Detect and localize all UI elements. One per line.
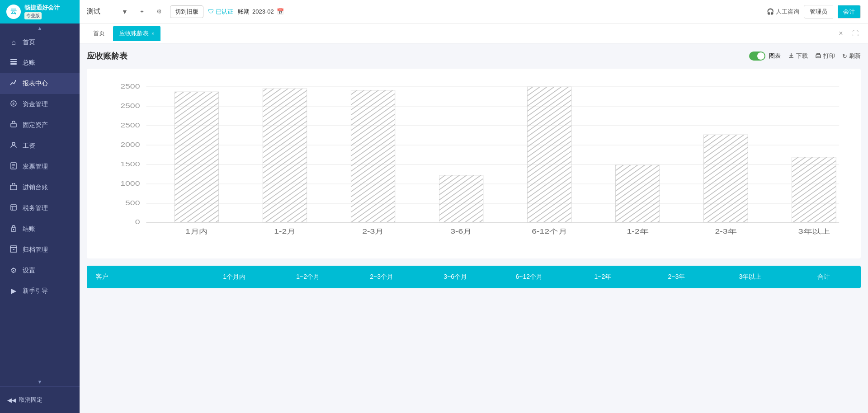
sidebar-item-assets[interactable]: 固定资产: [0, 115, 80, 136]
svg-text:1000: 1000: [120, 180, 140, 188]
sidebar-item-salary[interactable]: 工资: [0, 136, 80, 156]
app-edition: 专业版: [24, 12, 42, 19]
svg-text:0: 0: [135, 219, 140, 226]
svg-text:500: 500: [125, 200, 140, 207]
company-dropdown-button[interactable]: ▼: [118, 5, 131, 18]
col-6-12month: 6~12个月: [492, 266, 566, 288]
col-over3year: 3年以上: [713, 266, 787, 288]
closing-icon: [9, 225, 18, 234]
svg-point-5: [12, 142, 15, 145]
sidebar-item-label: 固定资产: [23, 121, 48, 129]
svg-rect-4: [11, 123, 16, 127]
svg-rect-17: [10, 246, 17, 248]
download-icon: [788, 52, 794, 60]
col-1-2year: 1~2年: [566, 266, 640, 288]
pin-icon: ◀◀: [7, 397, 16, 404]
cancel-fix-button[interactable]: ◀◀ 取消固定: [0, 391, 80, 408]
download-button[interactable]: 下载: [788, 52, 808, 60]
page-content: 应收账龄表 图表 下载 打印: [80, 43, 868, 413]
close-panel-button[interactable]: ×: [835, 28, 846, 39]
tab-home[interactable]: 首页: [87, 26, 111, 41]
user-button[interactable]: 管理员: [804, 5, 833, 19]
sidebar-item-label: 税务管理: [23, 204, 48, 212]
sidebar-item-invoice[interactable]: 发票管理: [0, 156, 80, 177]
svg-rect-10: [10, 185, 17, 190]
col-1month: 1个月内: [198, 266, 271, 288]
svg-text:2500: 2500: [120, 103, 140, 110]
content-tabs: 首页 应收账龄表 × × ⛶: [80, 23, 868, 43]
switch-old-version-button[interactable]: 切到旧版: [170, 5, 203, 18]
bar-2-3年: [704, 135, 748, 222]
sidebar-item-closing[interactable]: 结账: [0, 219, 80, 239]
sidebar-item-newbie[interactable]: ▶ 新手引导: [0, 281, 80, 301]
sidebar-item-label: 资金管理: [23, 100, 48, 108]
col-1-2month: 1~2个月: [271, 266, 345, 288]
print-icon: [815, 52, 821, 60]
sidebar-item-reports[interactable]: 报表中心: [0, 73, 80, 94]
sidebar-item-home[interactable]: ⌂ 首页: [0, 33, 80, 52]
tax-icon: [9, 204, 18, 213]
chart-toggle[interactable]: [749, 52, 765, 61]
sidebar-nav: ⌂ 首页 总账 报表中心 资金管理 固定资产: [0, 33, 80, 377]
svg-text:1-2年: 1-2年: [627, 228, 648, 235]
period-label: 账期: [238, 8, 250, 16]
sidebar-item-settings[interactable]: ⚙ 设置: [0, 260, 80, 281]
tab-close-icon[interactable]: ×: [151, 31, 154, 36]
bar-3-6月: [439, 175, 483, 222]
sidebar-item-funds[interactable]: 资金管理: [0, 94, 80, 115]
sidebar-item-label: 结账: [23, 225, 35, 233]
main-content: 测试 ▼ + ⚙ 切到旧版 🛡 已认证 账期 2023-02 📅 🎧 人工咨询 …: [80, 0, 868, 413]
svg-text:3-6月: 3-6月: [450, 228, 472, 235]
svg-text:6-12个月: 6-12个月: [532, 228, 567, 235]
settings-button[interactable]: ⚙: [153, 5, 165, 18]
print-button[interactable]: 打印: [815, 52, 835, 60]
bar-6-12月: [527, 87, 571, 222]
tab-actions: × ⛶: [835, 28, 861, 39]
tab-home-label: 首页: [93, 29, 105, 38]
svg-text:1500: 1500: [120, 161, 140, 168]
svg-rect-0: [10, 59, 17, 60]
svg-text:3年以上: 3年以上: [798, 228, 830, 235]
sidebar-item-label: 新手引导: [23, 287, 48, 295]
print-label: 打印: [823, 52, 835, 60]
col-customer: 客户: [87, 266, 198, 288]
refresh-button[interactable]: ↻ 刷新: [842, 52, 861, 60]
cert-label: 已认证: [216, 8, 233, 16]
sidebar-item-tax[interactable]: 税务管理: [0, 198, 80, 219]
role-button[interactable]: 会计: [838, 5, 861, 19]
calendar-icon[interactable]: 📅: [277, 8, 284, 15]
sidebar-item-label: 总账: [23, 59, 35, 67]
expand-button[interactable]: ⛶: [850, 28, 861, 39]
svg-text:2-3月: 2-3月: [362, 228, 384, 235]
cancel-fix-label: 取消固定: [19, 396, 42, 404]
inventory-icon: [9, 183, 18, 192]
svg-text:2-3年: 2-3年: [715, 228, 736, 235]
sidebar-scroll-down[interactable]: ▼: [0, 377, 80, 386]
sidebar-item-inventory[interactable]: 进销台账: [0, 177, 80, 198]
bar-chart: 2500 2500 2500 2000 1500 1000 500 0: [96, 78, 852, 249]
svg-text:2500: 2500: [120, 83, 140, 90]
table-header: 客户 1个月内 1~2个月 2~3个月 3~6个月 6~12个月 1~2年 2~…: [87, 266, 861, 288]
svg-text:1月内: 1月内: [185, 228, 208, 235]
col-3-6month: 3~6个月: [419, 266, 492, 288]
ledger-icon: [9, 58, 18, 67]
topbar: 测试 ▼ + ⚙ 切到旧版 🛡 已认证 账期 2023-02 📅 🎧 人工咨询 …: [80, 0, 868, 23]
bar-1-2年: [616, 165, 660, 222]
consult-button[interactable]: 🎧 人工咨询: [767, 8, 799, 16]
sidebar-item-ledger[interactable]: 总账: [0, 52, 80, 73]
newbie-icon: ▶: [9, 286, 18, 295]
archive-icon: [9, 245, 18, 254]
home-icon: ⌂: [9, 38, 18, 47]
add-button[interactable]: +: [136, 5, 148, 18]
bar-2-3月: [351, 90, 395, 222]
shield-icon: 🛡: [208, 8, 214, 15]
page-title: 应收账龄表: [87, 51, 749, 61]
assets-icon: [9, 121, 18, 130]
sidebar-bottom: ◀◀ 取消固定: [0, 386, 80, 413]
sidebar-scroll-up[interactable]: ▲: [0, 23, 80, 33]
tab-receivable-aging[interactable]: 应收账龄表 ×: [113, 26, 160, 41]
sidebar-item-archive[interactable]: 归档管理: [0, 239, 80, 260]
svg-text:1-2月: 1-2月: [274, 228, 296, 235]
page-actions: 图表 下载 打印 ↻ 刷新: [749, 52, 861, 61]
chart-container: 2500 2500 2500 2000 1500 1000 500 0: [87, 69, 861, 258]
